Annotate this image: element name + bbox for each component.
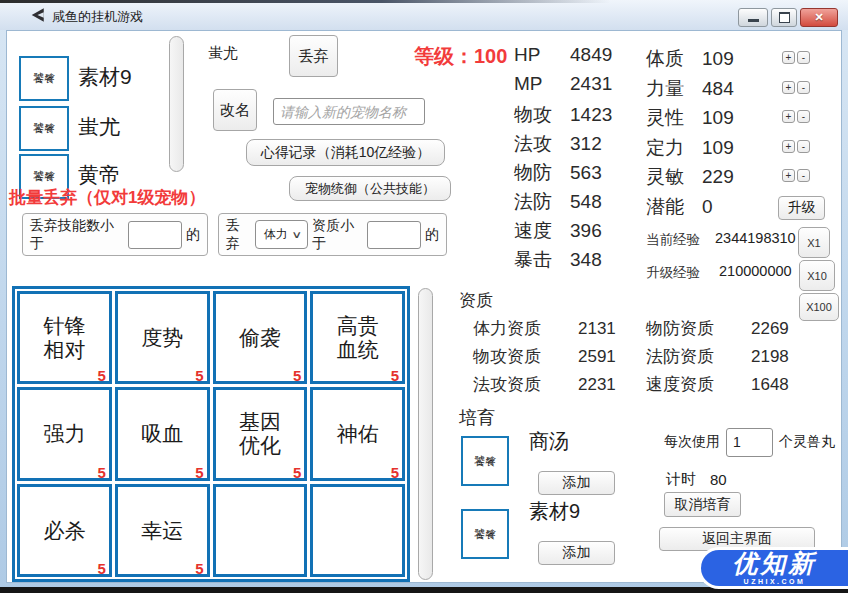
- stat-label: HP: [514, 44, 570, 66]
- skill-cell[interactable]: 针锋相对5: [17, 291, 112, 384]
- minus-button[interactable]: -: [797, 51, 810, 64]
- stat-label: 法攻: [514, 131, 570, 157]
- discard-skill-suffix: 的: [186, 226, 200, 244]
- stat-value: 312: [570, 133, 602, 154]
- stat-label: 速度: [514, 218, 570, 244]
- discard-skillcount-input[interactable]: [128, 221, 182, 249]
- close-button[interactable]: ✕: [800, 8, 838, 27]
- skill-level: 5: [195, 464, 203, 481]
- stat-value: 396: [570, 220, 602, 241]
- plus-button[interactable]: +: [782, 140, 795, 153]
- window-title: 咸鱼的挂机游戏: [52, 8, 143, 26]
- discard-by-skillcount-panel: 丢弃技能数小于 的: [22, 213, 208, 256]
- plus-button[interactable]: +: [782, 169, 795, 182]
- minus-button[interactable]: -: [797, 81, 810, 94]
- pet-list-scrollbar[interactable]: [169, 36, 184, 172]
- discard-skill-prefix: 丢弃技能数小于: [30, 217, 124, 253]
- skill-cell[interactable]: 神佑5: [310, 387, 405, 480]
- skill-name: 度势: [141, 326, 183, 350]
- add-material-button-2[interactable]: 添加: [538, 541, 615, 565]
- skill-name: 强力: [43, 422, 85, 446]
- pet-list-item-3[interactable]: 黄帝: [78, 161, 120, 189]
- discard-by-aptitude-panel: 丢弃 体力 ∨ 资质小于 的: [218, 213, 447, 256]
- skill-cell[interactable]: 基因优化5: [213, 387, 308, 480]
- skill-cell-empty[interactable]: [310, 484, 405, 577]
- skill-level: 5: [97, 367, 105, 384]
- attr-label: 体质: [646, 46, 702, 72]
- maximize-icon: [779, 12, 790, 23]
- skill-cell-empty[interactable]: [213, 484, 308, 577]
- pet-slot-1[interactable]: 饕餮: [19, 56, 69, 101]
- skill-cell[interactable]: 度势5: [115, 291, 210, 384]
- skill-name: 高贵血统: [332, 314, 384, 361]
- stat-row: 物攻1423: [514, 102, 612, 128]
- upgrade-button[interactable]: 升级: [778, 196, 825, 220]
- pet-slot-2[interactable]: 饕餮: [19, 106, 69, 151]
- skill-cell[interactable]: 偷袭5: [213, 291, 308, 384]
- skill-name: 针锋相对: [38, 314, 90, 361]
- selected-pet-name: 蚩尤: [208, 44, 238, 63]
- stat-label: MP: [514, 73, 570, 95]
- stat-row: 暴击348: [514, 247, 602, 273]
- discard-pet-button[interactable]: 丢弃: [289, 35, 338, 77]
- attr-row: 灵性109: [646, 105, 734, 131]
- skill-name: 必杀: [43, 519, 85, 543]
- apt-label: 法攻资质: [473, 373, 578, 396]
- cultivation-section-title: 培育: [459, 406, 495, 430]
- titlebar[interactable]: 咸鱼的挂机游戏 ✕: [0, 0, 848, 30]
- timer-label: 计时: [666, 470, 696, 489]
- skill-cell[interactable]: 必杀5: [17, 484, 112, 577]
- apt-value: 2591: [578, 347, 646, 367]
- pet-command-button[interactable]: 宠物统御（公共技能）: [289, 176, 451, 201]
- attr-label: 定力: [646, 135, 702, 161]
- plus-button[interactable]: +: [782, 81, 795, 94]
- aptitude-row: 物攻资质2591法防资质2198: [473, 345, 789, 368]
- add-material-button-1[interactable]: 添加: [538, 471, 615, 495]
- multiplier-x10-button[interactable]: X10: [799, 260, 835, 291]
- stat-value: 2431: [570, 73, 612, 94]
- skill-cell[interactable]: 吸血5: [115, 387, 210, 480]
- minus-button[interactable]: -: [797, 169, 810, 182]
- aptitude-row: 体力资质2131物防资质2269: [473, 317, 789, 340]
- apt-value: 2131: [578, 319, 646, 339]
- skill-cell[interactable]: 高贵血统5: [310, 291, 405, 384]
- plus-button[interactable]: +: [782, 110, 795, 123]
- skill-cell[interactable]: 强力5: [17, 387, 112, 480]
- pill-usage-row: 每次使用 个灵兽丸: [664, 427, 835, 457]
- stat-label: 法防: [514, 189, 570, 215]
- aptitude-row: 法攻资质2231速度资质1648: [473, 373, 789, 396]
- plus-button[interactable]: +: [782, 51, 795, 64]
- attr-label: 灵敏: [646, 164, 702, 190]
- stat-label: 物攻: [514, 102, 570, 128]
- stat-label: 暴击: [514, 247, 570, 273]
- skill-grid-scrollbar[interactable]: [418, 288, 433, 580]
- timer-row: 计时 80: [666, 470, 727, 489]
- discard-aptitude-input[interactable]: [367, 221, 421, 249]
- multiplier-x1-button[interactable]: X1: [798, 227, 830, 258]
- stat-row: 法防548: [514, 189, 602, 215]
- multiplier-x100-button[interactable]: X100: [799, 293, 839, 321]
- minus-button[interactable]: -: [797, 110, 810, 123]
- attr-value: 109: [702, 137, 734, 158]
- chevron-down-icon: ∨: [291, 229, 302, 240]
- aptitude-type-select[interactable]: 体力 ∨: [255, 220, 308, 249]
- use-suffix: 个灵兽丸: [779, 433, 835, 451]
- pill-count-input[interactable]: [726, 428, 773, 457]
- stat-value: 1423: [570, 104, 612, 125]
- insight-record-button[interactable]: 心得记录（消耗10亿经验）: [246, 139, 445, 166]
- cultivation-slot-1[interactable]: 饕餮: [461, 436, 509, 486]
- rename-button[interactable]: 改名: [213, 89, 257, 131]
- stat-value: 563: [570, 162, 602, 183]
- cultivation-slot-2[interactable]: 饕餮: [461, 509, 509, 559]
- rename-input[interactable]: [273, 98, 425, 125]
- pet-list-item-1[interactable]: 素材9: [78, 63, 132, 91]
- skill-name: 神佑: [337, 422, 379, 446]
- pet-list-item-2[interactable]: 蚩尤: [78, 113, 120, 141]
- skill-cell[interactable]: 幸运5: [115, 484, 210, 577]
- attr-value: 484: [702, 78, 734, 99]
- minimize-button[interactable]: [738, 8, 768, 27]
- attr-value: 229: [702, 166, 734, 187]
- cancel-cultivation-button[interactable]: 取消培育: [664, 492, 741, 517]
- maximize-button[interactable]: [771, 8, 797, 27]
- minus-button[interactable]: -: [797, 140, 810, 153]
